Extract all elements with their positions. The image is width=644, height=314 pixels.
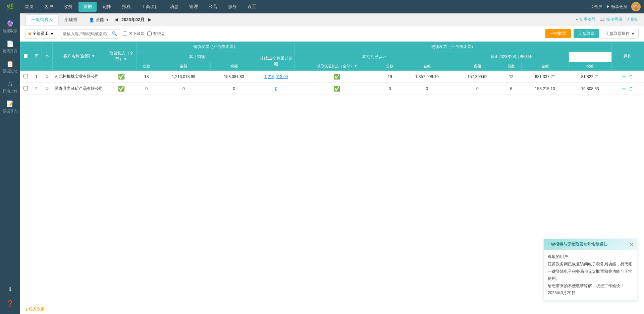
checkbox-account-label: 名下账套 xyxy=(128,31,145,37)
row-count2: 0 xyxy=(380,83,400,95)
top-nav: 🌿 首页 客户 收费 票据 记账 报税 工商项目 消息 管理 经营 服务 设置 … xyxy=(0,0,644,13)
tab-general-taxpayer[interactable]: 一般纳税人 xyxy=(25,14,59,25)
th-checkbox xyxy=(20,42,31,71)
row-amount: 0 xyxy=(157,83,210,95)
th-take-status: 取票状态（全部）▼ xyxy=(106,42,137,71)
th-sales-invoice: 销项发票（不含作废票） xyxy=(137,42,295,52)
row-settings[interactable]: ⚙ xyxy=(42,71,53,83)
row-cert-status: ✅ xyxy=(294,83,380,95)
nav-invoice[interactable]: 票据 xyxy=(78,2,97,12)
row-consecutive[interactable]: 1,216,013.99 xyxy=(258,71,294,83)
checkbox-tax-disk-input[interactable] xyxy=(147,32,152,36)
sidebar-item-smart-ticket[interactable]: 🔮 智能取票 xyxy=(0,17,20,37)
nav-operation[interactable]: 经营 xyxy=(204,2,222,12)
nav-message[interactable]: 消息 xyxy=(165,2,183,12)
nav-home[interactable]: 首页 xyxy=(20,2,38,12)
row-count: 18 xyxy=(137,71,157,83)
row-tax3: 19,808.63 xyxy=(569,83,611,95)
nav-settings[interactable]: 设置 xyxy=(243,2,261,12)
row-count2: 19 xyxy=(380,71,400,83)
checkbox-account-input[interactable] xyxy=(123,32,127,36)
select-all-checkbox[interactable] xyxy=(23,54,28,58)
th-action: 操作 xyxy=(611,42,644,71)
tab-all[interactable]: 👤 全能 ▼ xyxy=(83,14,115,25)
row-checkbox[interactable] xyxy=(20,71,31,83)
sidebar-label-invoice-summary: 票据汇总 xyxy=(3,69,17,74)
status-text[interactable]: 税务政策 xyxy=(29,306,45,312)
member-btn[interactable]: ▶ 畅享会员 xyxy=(606,4,627,10)
row-checkbox-input[interactable] xyxy=(23,74,28,78)
tab-small-scale[interactable]: 小规模 xyxy=(59,14,83,25)
sidebar-item-invoice-summary[interactable]: 📋 票据汇总 xyxy=(0,57,20,77)
invoice-entry-icon: 📝 xyxy=(6,100,14,108)
nav-fee[interactable]: 收费 xyxy=(59,2,77,12)
search-input[interactable] xyxy=(63,32,112,36)
th-tax: 税额 xyxy=(210,62,258,71)
no-disk-ops-btn[interactable]: 无盘取票操作 ▼ xyxy=(602,29,639,39)
row-customer: 灵寿县尚泽矿产品有限公司 xyxy=(53,83,106,95)
checkbox-tax-disk[interactable]: 有税盘 xyxy=(147,31,165,37)
search-icon[interactable]: 🔍 xyxy=(112,31,117,36)
refresh-btn[interactable]: ↺ 刷新 xyxy=(626,17,639,22)
status-bar: ℹ 税务政策 xyxy=(20,304,644,314)
new-guide-btn[interactable]: ✦ 新手引导 xyxy=(575,17,596,22)
row-tax: 158,081.83 xyxy=(210,71,258,83)
row-take-status: ✅ xyxy=(106,83,137,95)
employee-select[interactable]: 全部员工 ▼ xyxy=(25,29,57,39)
nav-service[interactable]: 服务 xyxy=(223,2,241,12)
nav-account[interactable]: 记账 xyxy=(98,2,116,12)
manual-btn[interactable]: 📖 操作手册 xyxy=(600,17,622,22)
next-period-btn[interactable]: ▶ xyxy=(148,17,151,22)
checkbox-account[interactable]: 名下账套 xyxy=(123,31,145,37)
sidebar-item-invoice-entry[interactable]: 📝 票据录入 xyxy=(0,97,20,117)
sidebar-item-help[interactable]: ❓ xyxy=(6,297,14,311)
nav-tax[interactable]: 报税 xyxy=(117,2,136,12)
sidebar-label-invoice-open: 发票开具 xyxy=(3,49,17,54)
notification-close-btn[interactable]: ✕ xyxy=(630,242,634,247)
table-row: 1 ⚙ 河北柯橡株实业有限公司 ✅ 18 1,216,013.99 158,08… xyxy=(20,71,644,83)
scan-upload-icon: 🖨 xyxy=(7,80,13,87)
user-avatar[interactable]: 🐒 xyxy=(631,2,641,11)
row-consecutive[interactable]: 0 xyxy=(258,83,294,95)
nav-customer[interactable]: 客户 xyxy=(40,2,58,12)
view-icon[interactable]: 🗒 xyxy=(629,86,633,91)
table-row: 2 ⚙ 灵寿县尚泽矿产品有限公司 ✅ 0 0 0 0 ✅ 0 0 0 6 153… xyxy=(20,83,644,95)
th-tax3: 税额 xyxy=(569,62,611,71)
row-settings[interactable]: ⚙ xyxy=(42,83,53,95)
prev-period-btn[interactable]: ◀ xyxy=(115,17,118,22)
row-tax: 0 xyxy=(210,83,258,95)
fullscreen-btn[interactable]: ⛶ 全屏 xyxy=(589,4,602,10)
sidebar-bottom: ⬇ ❓ xyxy=(6,282,14,314)
edit-icon[interactable]: ✏ xyxy=(622,74,626,79)
period-label: 2023年02月 xyxy=(121,17,145,23)
edit-icon[interactable]: ✏ xyxy=(622,86,626,91)
row-checkbox[interactable] xyxy=(20,83,31,95)
th-consecutive: 连续12个月累计金额 xyxy=(258,52,294,71)
no-disk-ops-label: 无盘取票操作 xyxy=(605,31,630,37)
one-click-take-btn[interactable]: 一键取票 xyxy=(545,29,571,38)
nav-business[interactable]: 工商项目 xyxy=(137,2,164,12)
th-amount: 金额 xyxy=(157,62,210,71)
sidebar-item-scan-upload[interactable]: 🖨 扫描上传 xyxy=(0,77,20,97)
invoice-summary-icon: 📋 xyxy=(6,60,14,68)
invoice-open-icon: 📄 xyxy=(6,40,14,48)
download-icon: ⬇ xyxy=(8,286,13,293)
no-disk-take-btn[interactable]: 无盘取票 xyxy=(574,29,599,38)
row-checkbox-input[interactable] xyxy=(23,86,28,90)
checkbox-tax-disk-label: 有税盘 xyxy=(153,31,165,37)
th-count: 份数 xyxy=(137,62,157,71)
row-customer: 河北柯橡株实业有限公司 xyxy=(53,71,106,83)
row-count: 0 xyxy=(137,83,157,95)
nav-right: ⛶ 全屏 ▶ 畅享会员 🐒 xyxy=(589,2,641,11)
period-nav: ◀ 2023年02月 ▶ xyxy=(115,17,151,23)
tabs-row: 一般纳税人 小规模 👤 全能 ▼ ◀ 2023年02月 ▶ ✦ 新手引导 📖 操… xyxy=(20,13,644,26)
employee-label: 全部员工 xyxy=(33,31,49,37)
th-cert-status: 获取认证状态（全部）▼ xyxy=(294,62,380,71)
sidebar-item-invoice-open[interactable]: 📄 发票开具 xyxy=(0,37,20,57)
nav-manage[interactable]: 管理 xyxy=(184,2,203,12)
th-current-month: 本月销项 xyxy=(137,52,258,62)
row-count3: 6 xyxy=(501,83,522,95)
row-action: ✏ 🗒 xyxy=(611,83,644,95)
view-icon[interactable]: 🗒 xyxy=(629,74,633,79)
sidebar-item-download[interactable]: ⬇ xyxy=(6,282,14,297)
